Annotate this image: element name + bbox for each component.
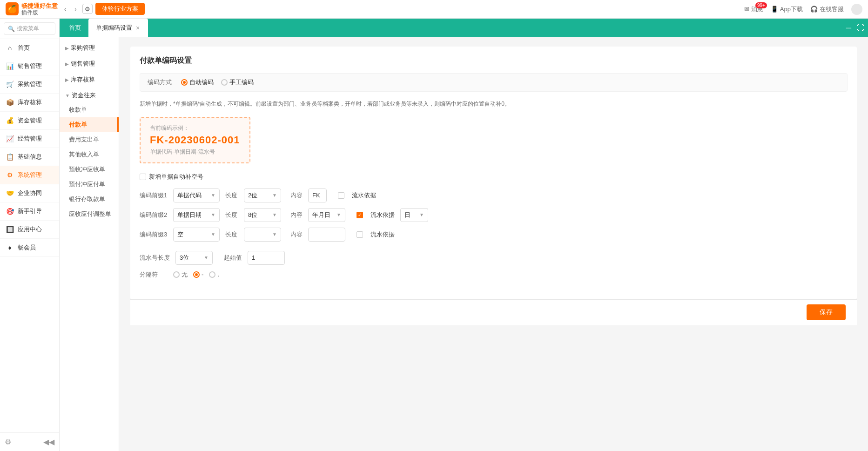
subnav-item-prepay-payable[interactable]: 预付冲应付单 bbox=[60, 177, 119, 192]
flow-number-row: 流水号长度 3位 ▼ 起始值 1 bbox=[140, 251, 848, 265]
subnav-group-inventory-title[interactable]: ▶ 库存核算 bbox=[60, 73, 119, 87]
prefix1-select[interactable]: 单据代码 ▼ bbox=[173, 188, 220, 202]
message-btn[interactable]: ✉ 消息 99+ bbox=[744, 5, 763, 13]
subnav-item-prepay-receivable[interactable]: 预收冲应收单 bbox=[60, 162, 119, 177]
service-btn[interactable]: 🎧 在线客服 bbox=[810, 5, 844, 13]
sidebar-item-home[interactable]: ⌂ 首页 bbox=[0, 39, 59, 57]
sep-none-radio[interactable]: 无 bbox=[173, 270, 188, 279]
prefix2-length-select[interactable]: 8位 ▼ bbox=[244, 208, 281, 222]
prefix3-select[interactable]: 空 ▼ bbox=[173, 228, 220, 242]
prefix3-select-value: 空 bbox=[177, 230, 183, 239]
sidebar-item-finance[interactable]: 💰 资金管理 bbox=[0, 112, 59, 130]
separator-label: 分隔符 bbox=[140, 270, 168, 279]
sep-dot-radio[interactable]: . bbox=[209, 271, 219, 278]
brand-edition: 插件版 bbox=[21, 9, 58, 16]
save-button[interactable]: 保存 bbox=[807, 304, 846, 320]
subnav-group-sales: ▶ 销售管理 bbox=[60, 57, 119, 71]
prefix2-content-label: 内容 bbox=[290, 211, 303, 219]
page-title: 付款单编码设置 bbox=[140, 56, 848, 66]
brand-text: 畅捷通好生意 插件版 bbox=[21, 2, 58, 16]
sidebar-item-base[interactable]: 📋 基础信息 bbox=[0, 148, 59, 166]
subnav-item-ar-ap-adjust[interactable]: 应收应付调整单 bbox=[60, 207, 119, 222]
prefix1-chevron: ▼ bbox=[211, 193, 215, 198]
subnav-item-receipt[interactable]: 收款单 bbox=[60, 102, 119, 117]
subnav-label-sales: 销售管理 bbox=[71, 60, 95, 68]
prefix3-length-select[interactable]: ▼ bbox=[244, 228, 281, 242]
prefix1-flow-label: 流水依据 bbox=[352, 191, 376, 200]
prefix1-flow-checkbox[interactable] bbox=[338, 192, 344, 199]
flow-length-select[interactable]: 3位 ▼ bbox=[175, 251, 213, 265]
sidebar-item-system[interactable]: ⚙ 系统管理 bbox=[0, 166, 59, 184]
prefix1-length-select[interactable]: 2位 ▼ bbox=[244, 188, 281, 202]
subnav-group-purchase-title[interactable]: ▶ 采购管理 bbox=[60, 41, 119, 55]
sidebar-item-guide[interactable]: 🎯 新手引导 bbox=[0, 202, 59, 221]
sidebar-item-sales[interactable]: 📊 销售管理 bbox=[0, 57, 59, 75]
manual-code-radio[interactable]: 手工编码 bbox=[221, 78, 254, 87]
manual-code-dot bbox=[221, 79, 228, 86]
example-sub-label: 单据代码-单据日期-流水号 bbox=[150, 148, 240, 156]
prefix1-content-value: FK bbox=[308, 188, 327, 202]
prefix1-length-value: 2位 bbox=[248, 191, 257, 200]
prefix1-length-chevron: ▼ bbox=[272, 193, 277, 198]
sidebar-item-cooperation[interactable]: 🤝 企业协同 bbox=[0, 184, 59, 202]
prefix2-content-select[interactable]: 年月日 ▼ bbox=[308, 208, 345, 222]
apps-icon: 🔲 bbox=[6, 225, 14, 234]
tab-close-btn[interactable]: × bbox=[135, 25, 141, 31]
sep-dash-radio[interactable]: - bbox=[193, 271, 203, 278]
main-content: ▶ 采购管理 ▶ 销售管理 ▶ 库存核算 bbox=[60, 37, 868, 451]
purchase-icon: 🛒 bbox=[6, 80, 14, 88]
prefix2-day-chevron: ▼ bbox=[419, 212, 424, 217]
inventory-icon: 📦 bbox=[6, 98, 14, 107]
message-badge: 99+ bbox=[755, 2, 767, 8]
tab-minimize-btn[interactable]: ─ bbox=[844, 22, 853, 34]
tab-encoding-settings[interactable]: 单据编码设置 × bbox=[88, 19, 148, 37]
prefix3-content-value bbox=[308, 228, 345, 242]
subnav-group-capital-title[interactable]: ▼ 资金往来 bbox=[60, 88, 119, 102]
nav-forward-btn[interactable]: › bbox=[72, 5, 79, 13]
sidebar-item-purchase[interactable]: 🛒 采购管理 bbox=[0, 75, 59, 94]
start-label: 起始值 bbox=[224, 254, 242, 262]
tab-maximize-btn[interactable]: ⛶ bbox=[855, 22, 866, 34]
sep-dot-dot bbox=[209, 271, 215, 278]
subnav-item-bank-deposit[interactable]: 银行存取款单 bbox=[60, 192, 119, 207]
footer-bar: 保存 bbox=[130, 299, 857, 325]
sep-none-label: 无 bbox=[182, 270, 188, 279]
app-download-btn[interactable]: 📱 App下载 bbox=[771, 5, 803, 13]
tab-bar-right: ─ ⛶ bbox=[844, 22, 866, 34]
subnav-item-expense[interactable]: 费用支出单 bbox=[60, 132, 119, 147]
prefix2-flow-checkbox[interactable] bbox=[357, 212, 363, 218]
prefix3-length-chevron: ▼ bbox=[272, 232, 277, 237]
sidebar-item-operations[interactable]: 📈 经营管理 bbox=[0, 130, 59, 148]
top-bar-left: 🍊 畅捷通好生意 插件版 ‹ › ⚙ 体验行业方案 bbox=[6, 2, 145, 16]
user-avatar[interactable] bbox=[851, 4, 862, 15]
sidebar-item-apps[interactable]: 🔲 应用中心 bbox=[0, 221, 59, 239]
tab-bar: 首页 单据编码设置 × ─ ⛶ bbox=[60, 19, 868, 37]
auto-fill-checkbox[interactable] bbox=[140, 174, 146, 180]
auto-code-radio[interactable]: 自动编码 bbox=[181, 78, 214, 87]
flow-length-value: 3位 bbox=[180, 254, 189, 262]
sidebar-item-inventory[interactable]: 📦 库存核算 bbox=[0, 94, 59, 112]
sep-dash-dot bbox=[193, 271, 200, 278]
flow-length-chevron: ▼ bbox=[204, 255, 209, 260]
search-menu-btn[interactable]: 🔍 搜索菜单 bbox=[4, 22, 55, 35]
prefix1-length-label: 长度 bbox=[225, 191, 238, 200]
prefix2-select[interactable]: 单据日期 ▼ bbox=[173, 208, 220, 222]
sidebar-item-vip[interactable]: ♦ 畅会员 bbox=[0, 239, 59, 257]
subnav-group-sales-title[interactable]: ▶ 销售管理 bbox=[60, 57, 119, 71]
nav-back-btn[interactable]: ‹ bbox=[61, 5, 69, 13]
subnav-item-payment[interactable]: 付款单 bbox=[60, 117, 119, 132]
info-text: 新增单据时，*单据编码*自动生成，不可编辑。前缀设置为部门、业务员等档案类，开单… bbox=[140, 99, 848, 109]
top-bar-right: ✉ 消息 99+ 📱 App下载 🎧 在线客服 bbox=[744, 4, 862, 15]
settings-icon[interactable]: ⚙ bbox=[82, 4, 93, 14]
settings-footer-btn[interactable]: ⚙ bbox=[4, 437, 12, 447]
prefix3-flow-checkbox[interactable] bbox=[357, 231, 363, 238]
collapse-btn[interactable]: ◀◀ bbox=[42, 437, 55, 447]
prefix2-day-select[interactable]: 日 ▼ bbox=[400, 208, 428, 222]
subnav-item-other-income[interactable]: 其他收入单 bbox=[60, 147, 119, 162]
trial-button[interactable]: 体验行业方案 bbox=[95, 3, 145, 15]
sidebar-search: 🔍 搜索菜单 bbox=[0, 19, 59, 39]
example-label: 当前编码示例： bbox=[150, 124, 240, 132]
tab-home[interactable]: 首页 bbox=[61, 19, 88, 37]
example-code: FK-20230602-001 bbox=[150, 134, 240, 146]
brand-icon: 🍊 bbox=[6, 2, 19, 15]
